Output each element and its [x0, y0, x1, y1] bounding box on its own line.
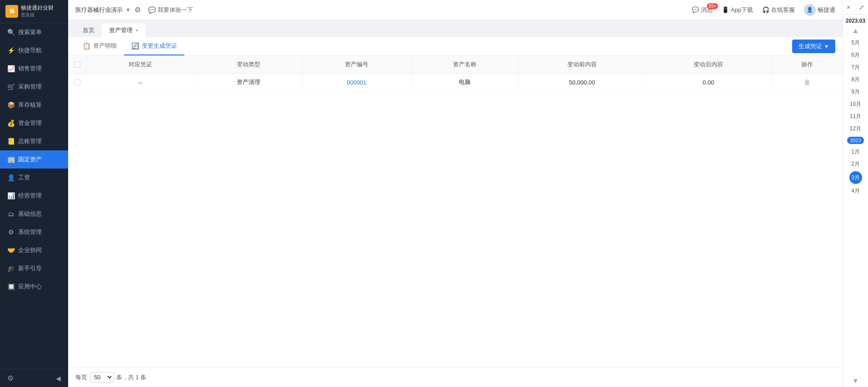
col-change-type: 变动类型: [194, 56, 303, 74]
sidebar-item-collab[interactable]: 🤝 企业协同: [0, 241, 68, 259]
tab-asset-detail[interactable]: 📋 资产明细: [75, 37, 124, 55]
company-name: 医疗器械行业演示: [75, 6, 123, 14]
col-before: 变动前内容: [519, 56, 645, 74]
row-checkbox-cell[interactable]: [68, 74, 86, 91]
scroll-up-icon[interactable]: ▲: [843, 25, 868, 37]
right-panel-expand-icon[interactable]: ⤢: [859, 4, 864, 11]
col-asset-code: 资产编号: [303, 56, 411, 74]
app-download-button[interactable]: 📱 App下载: [722, 6, 753, 14]
tab-asset-detail-label: 资产明细: [93, 42, 117, 50]
tab-change-voucher[interactable]: 🔄 变更生成凭证: [124, 37, 184, 55]
month-5[interactable]: 5月: [843, 37, 868, 49]
system-icon: ⚙: [7, 228, 15, 236]
scroll-down-icon[interactable]: ▼: [843, 375, 868, 387]
tab-label: 资产管理: [109, 26, 133, 35]
company-selector[interactable]: 医疗器械行业演示 ▼: [75, 6, 131, 14]
sidebar-item-quicknav[interactable]: ⚡ 快捷导航: [0, 41, 68, 60]
message-button[interactable]: 💬 消息 99+: [692, 6, 713, 14]
month-11[interactable]: 11月: [843, 110, 868, 123]
month-6[interactable]: 6月: [843, 49, 868, 61]
tabbar: 首页 资产管理 ×: [68, 20, 843, 37]
inner-tabs: 📋 资产明细 🔄 变更生成凭证 生成凭证 ▼: [68, 37, 843, 56]
main-content: 医疗器械行业演示 ▼ ⚙ 💬 我要体验一下 💬 消息 99+ 📱 App下载 🎧…: [68, 0, 843, 387]
sidebar-item-apps[interactable]: 🔲 应用中心: [0, 278, 68, 296]
basic-icon: 🗂: [7, 210, 15, 218]
operations-icon: 📊: [7, 192, 15, 199]
tab-home[interactable]: 首页: [75, 24, 102, 37]
search-icon: 🔍: [7, 29, 15, 36]
cell-voucher: --: [86, 74, 194, 91]
sidebar-item-label: 快捷导航: [18, 46, 42, 55]
select-all-header[interactable]: [68, 56, 86, 74]
col-voucher: 对应凭证: [86, 56, 194, 74]
generate-voucher-button[interactable]: 生成凭证 ▼: [792, 40, 835, 53]
sidebar-item-assets[interactable]: 🏢 固定资产: [0, 150, 68, 169]
asset-detail-icon: 📋: [83, 42, 90, 50]
sidebar-item-sales[interactable]: 📈 销售管理: [0, 60, 68, 78]
month-7[interactable]: 7月: [843, 61, 868, 74]
logo-subtitle: 普及版: [21, 12, 54, 18]
sidebar-item-ledger[interactable]: 📒 总账管理: [0, 132, 68, 150]
pagination: 每页 10 20 50 100 条，共 1 条: [68, 367, 843, 387]
topbar-settings-icon[interactable]: ⚙: [134, 5, 141, 14]
content-area: 📋 资产明细 🔄 变更生成凭证 生成凭证 ▼: [68, 37, 843, 387]
sidebar-item-label: 应用中心: [18, 283, 42, 291]
sidebar-item-inventory[interactable]: 📦 库存核算: [0, 96, 68, 114]
topbar: 医疗器械行业演示 ▼ ⚙ 💬 我要体验一下 💬 消息 99+ 📱 App下载 🎧…: [68, 0, 843, 20]
delete-icon[interactable]: 🗑: [804, 79, 810, 86]
sidebar: 畅 畅捷通好业财 普及版 🔍 搜索菜单 ⚡ 快捷导航 📈 销售管理 🛒 采购管理…: [0, 0, 68, 387]
inventory-icon: 📦: [7, 101, 15, 109]
table-wrapper: 对应凭证 变动类型 资产编号 资产名称 变动前内容 变动后内容 操作: [68, 56, 843, 367]
sidebar-item-payroll[interactable]: 👤 工资: [0, 169, 68, 187]
year-2023-badge: 2023: [847, 137, 863, 144]
feedback-icon: 💬: [148, 6, 156, 14]
ledger-icon: 📒: [7, 138, 15, 145]
tab-close-icon[interactable]: ×: [135, 27, 139, 34]
generate-btn-arrow-icon: ▼: [824, 44, 829, 49]
funds-icon: 💰: [7, 119, 15, 127]
user-menu[interactable]: 👤 畅捷通: [804, 4, 835, 16]
customer-service-label: 在线客服: [771, 6, 795, 14]
month-3[interactable]: 3月: [849, 171, 862, 184]
cell-after: 0.00: [645, 74, 772, 91]
settings-icon[interactable]: ⚙: [7, 374, 14, 382]
month-8[interactable]: 8月: [843, 74, 868, 86]
month-10[interactable]: 10月: [843, 98, 868, 110]
sidebar-item-funds[interactable]: 💰 资金管理: [0, 114, 68, 132]
month-4[interactable]: 4月: [843, 185, 868, 197]
sidebar-item-label: 新手引导: [18, 264, 42, 273]
sidebar-item-operations[interactable]: 📊 经营管理: [0, 187, 68, 205]
right-panel-header: × ⤢: [843, 0, 868, 15]
payroll-icon: 👤: [7, 174, 15, 181]
right-panel-close-icon[interactable]: ×: [847, 4, 850, 11]
col-action: 操作: [772, 56, 843, 74]
change-voucher-icon: 🔄: [131, 42, 139, 50]
sidebar-item-label: 总账管理: [18, 137, 42, 145]
per-page-select[interactable]: 10 20 50 100: [90, 372, 114, 382]
sidebar-item-basic[interactable]: 🗂 基础信息: [0, 205, 68, 223]
sidebar-item-system[interactable]: ⚙ 系统管理: [0, 223, 68, 241]
month-1[interactable]: 1月: [843, 146, 868, 158]
col-after: 变动后内容: [645, 56, 772, 74]
sidebar-item-label: 经营管理: [18, 192, 42, 200]
sidebar-item-purchase[interactable]: 🛒 采购管理: [0, 78, 68, 96]
customer-service-button[interactable]: 🎧 在线客服: [762, 6, 795, 14]
message-icon: 💬: [692, 6, 699, 13]
month-9[interactable]: 9月: [843, 86, 868, 98]
collapse-sidebar-icon[interactable]: ◀: [56, 375, 61, 382]
sidebar-item-guide[interactable]: 🎓 新手引导: [0, 259, 68, 278]
topbar-right: 💬 消息 99+ 📱 App下载 🎧 在线客服 👤 畅捷通: [692, 4, 835, 16]
tab-assets[interactable]: 资产管理 ×: [102, 24, 146, 37]
app-download-label: App下载: [731, 6, 753, 14]
purchase-icon: 🛒: [7, 83, 15, 90]
quicknav-icon: ⚡: [7, 47, 15, 54]
sidebar-item-search[interactable]: 🔍 搜索菜单: [0, 23, 68, 41]
app-download-icon: 📱: [722, 6, 729, 13]
collab-icon: 🤝: [7, 247, 15, 254]
row-checkbox[interactable]: [74, 79, 80, 85]
cell-action[interactable]: 🗑: [772, 74, 843, 91]
month-2[interactable]: 2月: [843, 158, 868, 170]
month-12[interactable]: 12月: [843, 123, 868, 135]
feedback-button[interactable]: 💬 我要体验一下: [148, 6, 193, 14]
select-all-checkbox[interactable]: [74, 61, 80, 68]
